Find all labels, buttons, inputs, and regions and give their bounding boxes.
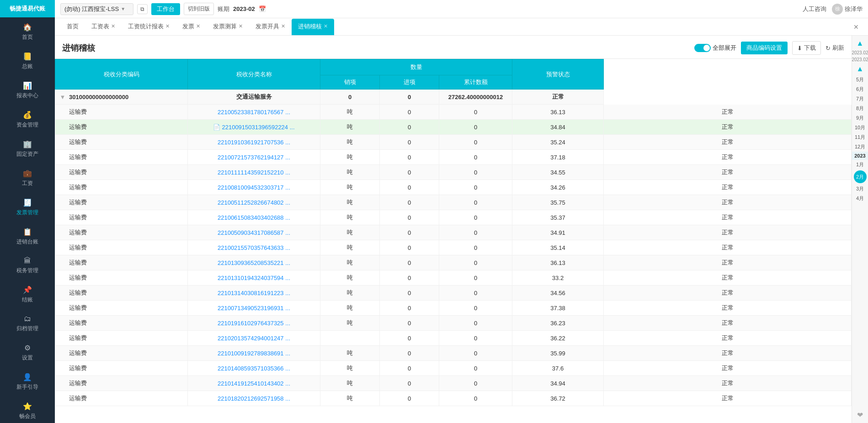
row-purchase: 0 xyxy=(439,376,512,391)
sidebar-item-settings[interactable]: ⚙ 设置 xyxy=(0,338,55,367)
timeline-month-7[interactable]: 7月 xyxy=(852,94,868,104)
row-invoice-no: 221014191254101434​02 ... xyxy=(188,376,320,391)
sidebar-item-invoice[interactable]: 🧾 发票管理 xyxy=(0,193,55,222)
invoice-icon: 🧾 xyxy=(23,198,32,207)
timeline-month-8[interactable]: 8月 xyxy=(852,104,868,113)
tab-close-icon[interactable]: ✕ xyxy=(239,23,243,29)
switch-version-button[interactable]: 切到旧版 xyxy=(184,3,214,15)
row-unit: 吨 xyxy=(320,270,380,286)
sidebar-item-home[interactable]: 🏠 首页 xyxy=(0,17,55,47)
sidebar-item-member[interactable]: ⭐ 畅会员 xyxy=(0,397,55,423)
tab-salary-table[interactable]: 工资表 ✕ xyxy=(85,19,122,35)
row-unit: 吨 xyxy=(320,135,380,150)
timeline-month-9[interactable]: 9月 xyxy=(852,113,868,123)
tab-close-icon[interactable]: ✕ xyxy=(111,23,115,29)
row-unit xyxy=(320,331,380,346)
company-selector[interactable]: (勿动) 江西报宝-LSS ▼ xyxy=(60,3,133,15)
tab-home[interactable]: 首页 xyxy=(60,19,85,35)
tab-salary-report[interactable]: 工资统计报表 ✕ xyxy=(122,19,176,35)
sidebar-item-label: 税务管理 xyxy=(16,267,38,275)
tab-sales-audit[interactable]: 进销稽核 ✕ xyxy=(292,19,334,35)
expand-toggle[interactable]: 全部展开 xyxy=(694,44,736,52)
row-name: 运输费 xyxy=(55,210,188,225)
timeline-month-6[interactable]: 6月 xyxy=(852,85,868,94)
sidebar-item-salary[interactable]: 💼 工资 xyxy=(0,164,55,193)
refresh-button[interactable]: ↻ 刷新 xyxy=(825,44,844,52)
tab-close-icon[interactable]: ✕ xyxy=(165,23,170,29)
row-status: 正常 xyxy=(604,301,852,316)
sidebar-item-assets[interactable]: 🏢 固定资产 xyxy=(0,134,55,164)
support-label[interactable]: 人工咨询 xyxy=(803,5,826,13)
collapse-icon[interactable]: ▼ xyxy=(60,94,66,100)
sidebar: 畅捷通易代账 🏠 首页 📒 总账 📊 报表中心 💰 资金管理 🏢 固定资产 💼 … xyxy=(0,0,55,423)
timeline-month-4[interactable]: 4月 xyxy=(852,194,868,203)
col-name-header: 税收分类名称 xyxy=(188,59,320,90)
sidebar-item-tax[interactable]: 🏛 税务管理 xyxy=(0,251,55,280)
row-name: 运输费 xyxy=(55,361,188,376)
row-invoice-no: 221018202126925719​58 ... xyxy=(188,391,320,406)
workbench-button[interactable]: 工作台 xyxy=(151,3,180,15)
sidebar-item-archive[interactable]: 🗂 归档管理 xyxy=(0,309,55,338)
sidebar-item-close-accounts[interactable]: 📌 结账 xyxy=(0,280,55,309)
sidebar-item-purchase-sales[interactable]: 📋 进销台账 xyxy=(0,222,55,251)
ledger-icon: 📒 xyxy=(23,52,32,61)
row-cumulative: 35.99 xyxy=(512,346,604,361)
sidebar-item-reports[interactable]: 📊 报表中心 xyxy=(0,76,55,105)
row-invoice-no: 221006150834034026​88 ... xyxy=(188,210,320,225)
sidebar-item-label: 工资 xyxy=(22,180,33,187)
tab-close-icon[interactable]: ✕ xyxy=(281,23,285,29)
finance-icon: 💰 xyxy=(23,111,32,119)
user-menu[interactable]: 徐 徐泽华 xyxy=(832,4,863,15)
sidebar-item-label: 发票管理 xyxy=(16,209,38,217)
purchase-sales-icon: 📋 xyxy=(23,227,32,236)
timeline-month-3[interactable]: 3月 xyxy=(852,184,868,194)
download-button[interactable]: ⬇ 下载 xyxy=(792,41,821,55)
row-status: 正常 xyxy=(604,135,852,150)
row-status: 正常 xyxy=(604,105,852,120)
period-label: 账期 xyxy=(218,5,229,13)
row-sales: 0 xyxy=(380,195,439,210)
row-status: 正常 xyxy=(604,331,852,346)
timeline-month-5[interactable]: 5月 xyxy=(852,75,868,85)
settings-icon: ⚙ xyxy=(24,344,31,352)
calendar-icon[interactable]: 📅 xyxy=(259,5,266,12)
timeline-month-1[interactable]: 1月 xyxy=(852,160,868,169)
sidebar-item-finance[interactable]: 💰 资金管理 xyxy=(0,105,55,134)
row-purchase: 0 xyxy=(439,255,512,270)
tab-invoice-open[interactable]: 发票开具 ✕ xyxy=(249,19,292,35)
timeline-month-11[interactable]: 11月 xyxy=(852,132,868,142)
tab-label: 发票 xyxy=(182,22,194,31)
goods-code-button[interactable]: 商品编码设置 xyxy=(741,42,788,54)
row-cumulative: 36.72 xyxy=(512,391,604,406)
timeline-month-2[interactable]: 2月 xyxy=(854,170,867,183)
refresh-label: 刷新 xyxy=(832,44,844,52)
tab-invoice-calc[interactable]: 发票测算 ✕ xyxy=(207,19,249,35)
close-tab-icon[interactable]: ✕ xyxy=(850,21,863,32)
sidebar-item-label: 进销台账 xyxy=(16,238,38,246)
toggle-label: 全部展开 xyxy=(713,44,736,52)
row-name: 运输费 xyxy=(55,376,188,391)
toggle-knob[interactable] xyxy=(694,44,711,52)
timeline-month-10[interactable]: 10月 xyxy=(852,123,868,132)
timeline-month-12[interactable]: 12月 xyxy=(852,142,868,152)
tab-close-icon[interactable]: ✕ xyxy=(324,23,328,29)
tab-close-icon[interactable]: ✕ xyxy=(196,23,200,29)
row-cumulative: 34.84 xyxy=(512,120,604,135)
row-status: 正常 xyxy=(604,391,852,406)
sidebar-item-label: 固定资产 xyxy=(16,150,38,158)
timeline-up-icon[interactable]: ▲ xyxy=(855,37,866,49)
timeline-expand-button[interactable]: ❤ xyxy=(855,409,865,421)
page-area: 进销稽核 全部展开 商品编码设置 ⬇ 下载 ↻ 刷新 xyxy=(55,36,852,423)
timeline-up2-icon[interactable]: ▲ xyxy=(855,63,866,75)
sidebar-item-ledger[interactable]: 📒 总账 xyxy=(0,47,55,76)
company-name: (勿动) 江西报宝-LSS xyxy=(64,5,119,13)
table-row: 运输费221011111435921522​10 ...吨0034.55正常 xyxy=(55,165,852,180)
table-group-row: ▼ 301000000000000000 交通运输服务 0 0 27262.40… xyxy=(55,90,852,105)
tab-invoice[interactable]: 发票 ✕ xyxy=(176,19,207,35)
row-sales: 0 xyxy=(380,376,439,391)
page-header: 进销稽核 全部展开 商品编码设置 ⬇ 下载 ↻ 刷新 xyxy=(55,36,852,59)
copy-button[interactable]: ⧉ xyxy=(137,4,148,14)
row-purchase: 0 xyxy=(439,195,512,210)
sidebar-item-guide[interactable]: 👤 新手引导 xyxy=(0,367,55,397)
row-unit: 吨 xyxy=(320,346,380,361)
